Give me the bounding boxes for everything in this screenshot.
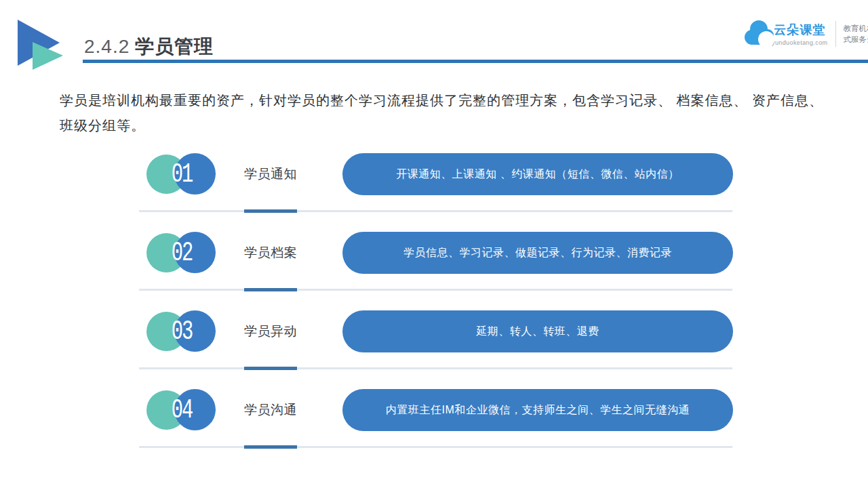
row-divider-accent — [244, 209, 297, 213]
row-detail-pill: 内置班主任IM和企业微信，支持师生之间、学生之间无缝沟通 — [342, 389, 733, 431]
row-number: 01 — [168, 152, 195, 195]
row-detail-pill: 延期、转人、转班、退费 — [342, 310, 733, 352]
feature-row-change: 03 学员异动 延期、转人、转班、退费 — [0, 293, 868, 369]
row-divider — [139, 289, 732, 291]
row-divider-accent — [244, 288, 297, 291]
row-number: 02 — [168, 231, 195, 274]
row-label: 学员异动 — [244, 323, 297, 340]
feature-rows: 01 学员通知 开课通知、上课通知 、约课通知（短信、微信、站内信） 02 学员… — [0, 0, 868, 488]
row-divider — [139, 210, 732, 212]
row-divider-accent — [244, 367, 297, 370]
row-label: 学员档案 — [244, 244, 297, 262]
row-number-badge: 02 — [146, 232, 216, 274]
feature-row-communicate: 04 学员沟通 内置班主任IM和企业微信，支持师生之间、学生之间无缝沟通 — [0, 372, 868, 448]
feature-row-archive: 02 学员档案 学员信息、学习记录、做题记录、行为记录、消费记录 — [0, 215, 868, 291]
row-detail-pill: 学员信息、学习记录、做题记录、行为记录、消费记录 — [342, 232, 733, 274]
row-number-badge: 03 — [146, 310, 216, 352]
row-number-badge: 04 — [146, 389, 216, 431]
row-divider — [139, 446, 732, 448]
row-number-badge: 01 — [146, 153, 216, 195]
row-number: 03 — [168, 310, 195, 352]
row-number: 04 — [168, 388, 195, 431]
slide-page: 2.4.2 学员管理 云朵课堂 yunduoketang.com 教育机构一站 … — [0, 0, 868, 488]
row-divider — [139, 367, 732, 369]
row-divider-accent — [244, 445, 297, 449]
row-label: 学员通知 — [244, 165, 297, 183]
feature-row-notify: 01 学员通知 开课通知、上课通知 、约课通知（短信、微信、站内信） — [0, 136, 868, 212]
row-detail-pill: 开课通知、上课通知 、约课通知（短信、微信、站内信） — [342, 153, 733, 195]
row-label: 学员沟通 — [244, 401, 297, 419]
